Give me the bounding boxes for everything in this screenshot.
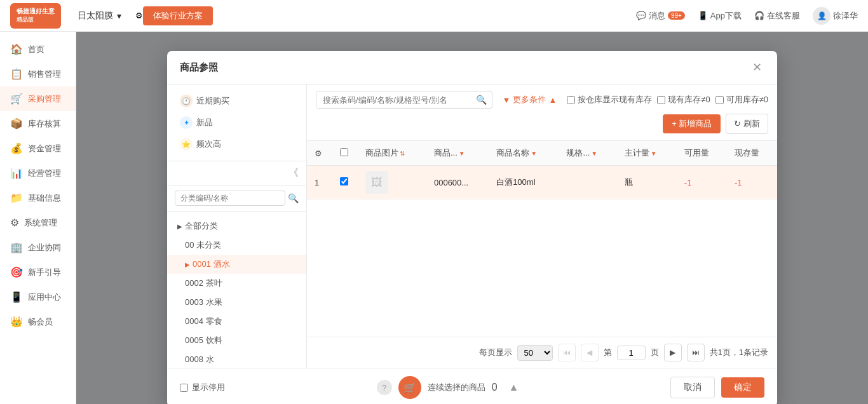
category-search-icon[interactable]: 🔍 [288, 193, 299, 203]
th-image[interactable]: 商品图片⇅ [358, 141, 426, 166]
frequent-icon: ⭐ [180, 138, 193, 151]
row-code: 000600... [426, 166, 489, 199]
experience-btn[interactable]: 体验行业方案 [143, 6, 213, 25]
navbar-right: 💬 消息 99+ 📱 App下载 🎧 在线客服 👤 徐泽华 [636, 7, 858, 25]
first-page-btn[interactable]: ⏮ [558, 344, 576, 361]
th-code[interactable]: 商品...▼ [426, 141, 489, 166]
sidebar-item-system[interactable]: ⚙ 系统管理 [0, 210, 76, 235]
page-suffix: 页 [651, 347, 659, 358]
th-available: 可用量 [677, 141, 727, 166]
content-area: 商品参照 ✕ 🕐 近期购买 [76, 32, 868, 404]
enterprise-icon: 🏢 [10, 241, 23, 253]
new-icon: ✦ [180, 116, 193, 129]
confirm-btn[interactable]: 确定 [721, 377, 764, 398]
operation-icon: 📊 [10, 167, 23, 179]
th-name[interactable]: 商品名称▼ [489, 141, 559, 166]
cancel-btn[interactable]: 取消 [670, 377, 715, 398]
panel-collapse-btn[interactable]: 《 [167, 161, 306, 185]
online-service-btn[interactable]: 🎧 在线客服 [754, 10, 800, 22]
prev-page-btn[interactable]: ◀ [581, 344, 599, 361]
sales-icon: 📋 [10, 68, 23, 80]
sidebar-item-home[interactable]: 🏠 首页 [0, 37, 76, 62]
more-filter-btn[interactable]: ▼ 更多条件 ▲ [498, 91, 562, 108]
product-search-btn[interactable]: 🔍 [471, 91, 492, 108]
sidebar-item-member[interactable]: 👑 畅会员 [0, 309, 76, 334]
product-image: 🖼 [365, 171, 388, 194]
guide-icon: 🎯 [10, 266, 23, 278]
category-item-0003[interactable]: 0003 水果 [167, 293, 306, 312]
th-settings[interactable]: ⚙ [307, 141, 332, 166]
checkbox-available-nonzero[interactable]: 可用库存≠0 [715, 94, 768, 105]
quick-links-section: 🕐 近期购买 ✦ 新品 ⭐ 频次高 [167, 84, 306, 161]
page-input[interactable] [617, 346, 646, 360]
modal-footer: 显示停用 ? 🛒 连续选择的商品 0 ▲ 取消 确定 [167, 368, 777, 404]
category-item-0004[interactable]: 0004 零食 [167, 312, 306, 331]
home-icon: 🏠 [10, 43, 23, 55]
sidebar-item-apps[interactable]: 📱 应用中心 [0, 285, 76, 309]
main-layout: 🏠 首页 📋 销售管理 🛒 采购管理 📦 库存核算 💰 资金管理 📊 经营管理 … [0, 32, 868, 404]
cart-btn[interactable]: 🛒 [398, 376, 421, 399]
modal-title: 商品参照 [180, 62, 218, 74]
app-download-btn[interactable]: 📱 App下载 [698, 10, 742, 22]
footer-collapse-btn[interactable]: ▲ [509, 382, 519, 393]
messages-btn[interactable]: 💬 消息 99+ [636, 10, 685, 22]
row-checkbox[interactable] [332, 166, 358, 199]
quick-link-recent[interactable]: 🕐 近期购买 [175, 91, 299, 111]
page-label: 第 [604, 347, 612, 358]
sidebar-item-sales[interactable]: 📋 销售管理 [0, 62, 76, 86]
sidebar-item-inventory[interactable]: 📦 库存核算 [0, 111, 76, 136]
navbar: 畅捷通好生意 精品版 日太阳膜 ▾ ⚙ 体验行业方案 💬 消息 99+ 📱 Ap… [0, 0, 868, 32]
product-search-input[interactable] [316, 92, 471, 108]
quick-link-frequent[interactable]: ⭐ 频次高 [175, 134, 299, 154]
gear-icon[interactable]: ⚙ [135, 11, 143, 20]
row-image: 🖼 [358, 166, 426, 199]
show-disabled-label[interactable]: 显示停用 [180, 382, 225, 393]
sidebar-item-finance[interactable]: 💰 资金管理 [0, 136, 76, 161]
checkbox-nonzero-stock[interactable]: 现有库存≠0 [657, 94, 710, 105]
product-table-area: ⚙ 商品图片⇅ 商品...▼ 商品名称▼ 规格...▼ 主计量▼ 可用量 现存 [307, 141, 777, 337]
store-selector[interactable]: 日太阳膜 ▾ [71, 8, 128, 24]
user-avatar[interactable]: 👤 徐泽华 [813, 7, 858, 25]
quick-links: 🕐 近期购买 ✦ 新品 ⭐ 频次高 [175, 91, 299, 154]
table-row[interactable]: 1 🖼 000600... 白酒100ml 瓶 [307, 166, 777, 199]
add-product-btn[interactable]: + 新增商品 [663, 114, 721, 133]
th-spec[interactable]: 规格...▼ [559, 141, 616, 166]
category-item-0002[interactable]: 0002 茶叶 [167, 274, 306, 293]
last-page-btn[interactable]: ⏭ [687, 344, 705, 361]
per-page-select[interactable]: 50 10 20 100 [517, 345, 553, 361]
quick-link-new[interactable]: ✦ 新品 [175, 112, 299, 133]
category-search-input[interactable] [175, 191, 285, 206]
category-item-0008[interactable]: 0008 水 [167, 350, 306, 368]
modal-header: 商品参照 ✕ [167, 51, 777, 84]
category-item-00[interactable]: 00 未分类 [167, 236, 306, 255]
footer-left: 显示停用 [180, 382, 225, 393]
category-item-all[interactable]: ▶ 全部分类 [167, 217, 306, 236]
row-available: -1 [677, 166, 727, 199]
checkbox-warehouse-stock[interactable]: 按仓库显示现有库存 [567, 94, 652, 105]
category-item-0001[interactable]: ▶ 0001 酒水 [167, 255, 306, 274]
toolbar-right: + 新增商品 ↻ 刷新 [663, 114, 768, 134]
sidebar-item-guide[interactable]: 🎯 新手引导 [0, 260, 76, 285]
show-disabled-checkbox[interactable] [180, 384, 188, 392]
help-btn[interactable]: ? [377, 380, 392, 395]
modal-close-btn[interactable]: ✕ [749, 60, 764, 75]
apps-icon: 📱 [10, 291, 23, 303]
sidebar-item-operation[interactable]: 📊 经营管理 [0, 161, 76, 185]
footer-right: 取消 确定 [670, 377, 764, 398]
row-name: 白酒100ml [489, 166, 559, 199]
purchase-icon: 🛒 [10, 93, 23, 105]
sidebar-item-purchase[interactable]: 🛒 采购管理 [0, 86, 76, 111]
sidebar-item-basic[interactable]: 📁 基础信息 [0, 185, 76, 210]
pagination-area: 每页显示 50 10 20 100 ⏮ ◀ 第 页 [307, 337, 777, 368]
th-stock: 现存量 [727, 141, 777, 166]
refresh-btn[interactable]: ↻ 刷新 [726, 114, 768, 134]
sidebar-item-enterprise[interactable]: 🏢 企业协同 [0, 235, 76, 260]
category-item-0005[interactable]: 0005 饮料 [167, 331, 306, 350]
sidebar: 🏠 首页 📋 销售管理 🛒 采购管理 📦 库存核算 💰 资金管理 📊 经营管理 … [0, 32, 76, 404]
th-unit[interactable]: 主计量▼ [617, 141, 677, 166]
recent-icon: 🕐 [180, 95, 193, 107]
th-checkbox [332, 141, 358, 166]
select-all-checkbox[interactable] [340, 148, 348, 156]
next-page-btn[interactable]: ▶ [664, 344, 682, 361]
select-count: 0 [492, 382, 498, 393]
